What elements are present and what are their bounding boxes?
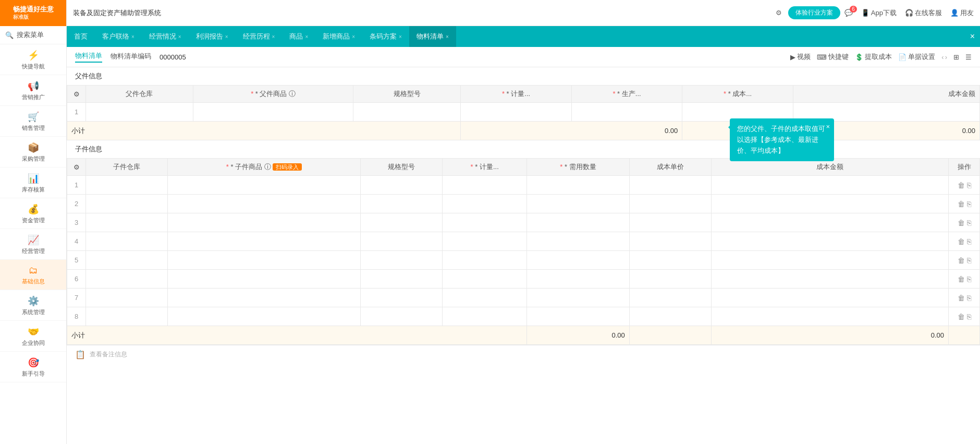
copy-row-button[interactable]: ⎘: [967, 275, 971, 283]
prev-arrow[interactable]: ‹: [941, 53, 944, 61]
child-warehouse-cell[interactable]: [86, 251, 168, 270]
sidebar-item-sales[interactable]: 🛒 销售管理: [0, 106, 66, 137]
child-spec-cell[interactable]: [361, 176, 443, 195]
child-warehouse-cell[interactable]: [86, 270, 168, 289]
parent-spec-cell[interactable]: [353, 103, 461, 122]
child-spec-cell[interactable]: [361, 232, 443, 251]
child-unit-cell[interactable]: [443, 195, 527, 213]
child-unit-cell[interactable]: [443, 270, 527, 289]
child-spec-cell[interactable]: [361, 270, 443, 289]
child-unit-cell[interactable]: [443, 289, 527, 307]
app-download-link[interactable]: 📱 App下载: [861, 8, 897, 18]
child-goods-cell[interactable]: [168, 213, 361, 232]
child-unit-cost-cell[interactable]: [629, 251, 711, 270]
delete-row-button[interactable]: 🗑: [958, 313, 965, 321]
parent-warehouse-cell[interactable]: [86, 103, 193, 122]
child-warehouse-cell[interactable]: [86, 232, 168, 251]
tab-new-goods-close[interactable]: ×: [352, 34, 355, 40]
child-col-settings[interactable]: ⚙: [67, 159, 86, 176]
child-spec-cell[interactable]: [361, 289, 443, 307]
child-unit-cell[interactable]: [443, 307, 527, 326]
parent-col-settings[interactable]: ⚙: [67, 86, 86, 103]
sidebar-item-system[interactable]: ⚙️ 系统管理: [0, 290, 66, 321]
sidebar-item-enterprise[interactable]: 🤝 企业协同: [0, 321, 66, 352]
sidebar-item-operations[interactable]: 📈 经营管理: [0, 229, 66, 260]
child-goods-cell[interactable]: [168, 289, 361, 307]
parent-goods-cell[interactable]: [193, 103, 353, 122]
sidebar-item-basic-info[interactable]: 🗂 基础信息: [0, 260, 66, 290]
child-quantity-cell[interactable]: [527, 270, 630, 289]
tab-profit-close[interactable]: ×: [225, 34, 228, 40]
trial-button[interactable]: 体验行业方案: [788, 6, 840, 19]
sidebar-item-inventory[interactable]: 📊 库存核算: [0, 167, 66, 198]
tab-bom-close[interactable]: ×: [446, 34, 449, 40]
child-goods-cell[interactable]: [168, 307, 361, 326]
tab-barcode-close[interactable]: ×: [399, 34, 402, 40]
scan-badge[interactable]: 扫码录入: [273, 163, 302, 171]
tooltip-close-button[interactable]: ×: [826, 122, 830, 133]
child-unit-cost-cell[interactable]: [629, 289, 711, 307]
close-all-tabs[interactable]: ×: [965, 32, 980, 41]
child-quantity-cell[interactable]: [527, 176, 630, 195]
delete-row-button[interactable]: 🗑: [958, 237, 965, 246]
child-warehouse-cell[interactable]: [86, 195, 168, 213]
child-quantity-cell[interactable]: [527, 213, 630, 232]
copy-row-button[interactable]: ⎘: [967, 313, 971, 321]
child-unit-cell[interactable]: [443, 213, 527, 232]
delete-row-button[interactable]: 🗑: [958, 256, 965, 265]
tab-goods[interactable]: 商品 ×: [282, 26, 315, 47]
sidebar-item-purchase[interactable]: 📦 采购管理: [0, 137, 66, 167]
tab-history-close[interactable]: ×: [272, 34, 275, 40]
shortcut-action[interactable]: ⌨ 快捷键: [817, 52, 849, 62]
parent-unit-cell[interactable]: [461, 103, 572, 122]
child-goods-cell[interactable]: [168, 251, 361, 270]
copy-row-button[interactable]: ⎘: [967, 237, 971, 246]
delete-row-button[interactable]: 🗑: [958, 181, 965, 189]
child-goods-cell[interactable]: [168, 232, 361, 251]
list-view-icon[interactable]: ☰: [965, 53, 972, 61]
sidebar-item-marketing[interactable]: 📢 营销推广: [0, 75, 66, 106]
tab-history[interactable]: 经营历程 ×: [236, 26, 283, 47]
grid-view-icon[interactable]: ⊞: [953, 53, 959, 61]
child-unit-cost-cell[interactable]: [629, 213, 711, 232]
child-spec-cell[interactable]: [361, 213, 443, 232]
tab-home[interactable]: 首页: [67, 26, 95, 47]
child-warehouse-cell[interactable]: [86, 307, 168, 326]
next-arrow[interactable]: ›: [945, 53, 947, 61]
child-goods-cell[interactable]: [168, 270, 361, 289]
delete-row-button[interactable]: 🗑: [958, 219, 965, 227]
child-quantity-cell[interactable]: [527, 195, 630, 213]
sub-tab-bom-code[interactable]: 物料清单编码: [111, 52, 151, 62]
sub-tab-bom[interactable]: 物料清单: [75, 51, 102, 63]
extract-cost-action[interactable]: 💲 提取成本: [855, 52, 892, 62]
child-goods-cell[interactable]: [168, 195, 361, 213]
tab-operations-close[interactable]: ×: [178, 34, 181, 40]
child-unit-cell[interactable]: [443, 176, 527, 195]
sidebar-item-newbie[interactable]: 🎯 新手引导: [0, 352, 66, 382]
child-unit-cost-cell[interactable]: [629, 232, 711, 251]
tab-operations[interactable]: 经营情况 ×: [142, 26, 189, 47]
settings-icon[interactable]: ⚙: [776, 9, 782, 17]
child-unit-cell[interactable]: [443, 251, 527, 270]
child-warehouse-cell[interactable]: [86, 176, 168, 195]
online-support-link[interactable]: 🎧 在线客服: [905, 8, 942, 18]
tab-customers[interactable]: 客户联络 ×: [95, 26, 142, 47]
child-unit-cost-cell[interactable]: [629, 195, 711, 213]
child-quantity-cell[interactable]: [527, 232, 630, 251]
tab-customers-close[interactable]: ×: [131, 34, 134, 40]
parent-prod-cell[interactable]: [571, 103, 682, 122]
user-avatar[interactable]: 👤 用友: [950, 8, 974, 18]
copy-row-button[interactable]: ⎘: [967, 256, 971, 265]
child-unit-cost-cell[interactable]: [629, 270, 711, 289]
copy-row-button[interactable]: ⎘: [967, 200, 971, 208]
copy-row-button[interactable]: ⎘: [967, 294, 971, 302]
child-quantity-cell[interactable]: [527, 251, 630, 270]
delete-row-button[interactable]: 🗑: [958, 200, 965, 208]
delete-row-button[interactable]: 🗑: [958, 275, 965, 283]
tab-profit[interactable]: 利润报告 ×: [189, 26, 236, 47]
child-spec-cell[interactable]: [361, 195, 443, 213]
tab-bom[interactable]: 物料清单 ×: [409, 26, 456, 47]
tab-new-goods[interactable]: 新增商品 ×: [315, 26, 362, 47]
copy-row-button[interactable]: ⎘: [967, 181, 971, 189]
child-warehouse-cell[interactable]: [86, 289, 168, 307]
